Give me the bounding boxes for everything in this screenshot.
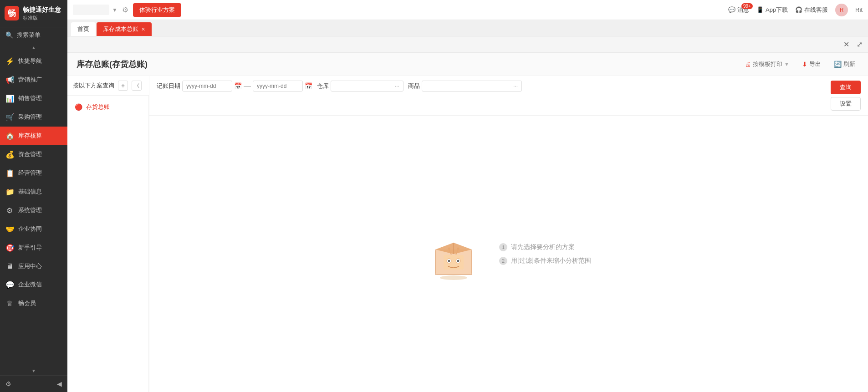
date-start-input[interactable] <box>182 81 232 92</box>
print-icon: 🖨 <box>745 61 751 68</box>
scheme-panel: 🔴 存货总账 <box>67 96 149 392</box>
tab-close-icon[interactable]: ✕ <box>141 26 145 32</box>
page-title: 库存总账(存货总账) <box>77 59 148 70</box>
phone-icon: 📱 <box>756 6 764 13</box>
app-logo-text: 畅捷通好生意 标准版 <box>23 5 61 21</box>
refresh-icon: 🔄 <box>834 61 842 68</box>
industry-btn[interactable]: 体验行业方案 <box>133 3 181 17</box>
topbar-gear-icon[interactable]: ⚙ <box>120 4 130 16</box>
breadcrumb[interactable] <box>73 5 109 15</box>
wechat-icon: 💬 <box>5 280 14 289</box>
svg-point-14 <box>457 247 460 249</box>
print-dropdown-icon[interactable]: ▼ <box>784 61 789 67</box>
system-icon: ⚙ <box>5 206 14 215</box>
quick-nav-icon: ⚡ <box>5 57 14 66</box>
export-btn[interactable]: ⬇ 导出 <box>798 58 825 70</box>
settings-btn[interactable]: 设置 <box>831 97 861 111</box>
app-center-icon: 🖥 <box>5 262 14 270</box>
date-end-input[interactable] <box>253 81 303 92</box>
breadcrumb-dropdown-icon[interactable]: ▼ <box>112 7 117 13</box>
settings-footer-btn[interactable]: ⚙ <box>5 380 11 387</box>
topbar-right: 💬 消息 99+ 📱 App下载 🎧 在线客服 R Rit <box>728 4 863 16</box>
warehouse-field: 仓库 ··· <box>317 81 403 92</box>
sidebar-item-sales[interactable]: 📊 销售管理 <box>0 89 67 108</box>
print-btn[interactable]: 🖨 按模板打印 ▼ <box>741 58 793 70</box>
tab-home[interactable]: 首页 <box>71 22 96 36</box>
empty-step-1: 1 请先选择要分析的方案 <box>499 243 591 251</box>
topbar: ▼ ⚙ 体验行业方案 💬 消息 99+ 📱 App下载 🎧 在线客服 R Rit <box>67 0 868 20</box>
sidebar-item-newbie[interactable]: 🎯 新手引导 <box>0 239 67 257</box>
scroll-down-arrow[interactable]: ▼ <box>0 367 67 375</box>
calendar-end-icon[interactable]: 📅 <box>305 82 312 90</box>
export-icon: ⬇ <box>802 61 807 68</box>
sidebar-item-enterprise[interactable]: 🤝 企业协同 <box>0 220 67 239</box>
sidebar-item-inventory[interactable]: 🏠 库存核算 <box>0 127 67 145</box>
operation-icon: 📋 <box>5 169 14 178</box>
page-actions: 🖨 按模板打印 ▼ ⬇ 导出 🔄 刷新 <box>741 58 859 70</box>
marketing-icon: 📢 <box>5 76 14 84</box>
tab-inventory-cost[interactable]: 库存成本总账 ✕ <box>97 22 152 36</box>
filter-row: 记账日期 📅 — 📅 仓库 ··· <box>149 76 868 116</box>
sidebar-footer: ⚙ ◀ <box>0 375 67 392</box>
warehouse-more-icon[interactable]: ··· <box>395 83 399 89</box>
sidebar-item-basic[interactable]: 📁 基础信息 <box>0 183 67 201</box>
topbar-nav: ▼ ⚙ 体验行业方案 <box>73 3 725 17</box>
sidebar-search[interactable]: 🔍 搜索菜单 <box>0 27 67 43</box>
sidebar-nav: ⚡ 快捷导航 📢 营销推广 📊 销售管理 🛒 采购管理 🏠 库存核算 💰 资金管… <box>0 52 67 367</box>
messages-badge: 99+ <box>741 3 753 9</box>
scheme-item-icon: 🔴 <box>75 103 82 111</box>
app-logo-icon: 畅 <box>5 6 19 20</box>
sidebar-item-vip[interactable]: ♕ 畅会员 <box>0 294 67 313</box>
scroll-up-arrow[interactable]: ▲ <box>0 43 67 52</box>
sidebar-item-app-center[interactable]: 🖥 应用中心 <box>0 257 67 275</box>
sidebar-item-quick-nav[interactable]: ⚡ 快捷导航 <box>0 52 67 71</box>
goods-input[interactable]: ··· <box>422 81 522 92</box>
tabbar: 首页 库存成本总账 ✕ <box>67 20 868 36</box>
avatar: R <box>835 4 848 16</box>
app-download-btn[interactable]: 📱 App下载 <box>756 6 788 14</box>
refresh-btn[interactable]: 🔄 刷新 <box>830 58 859 70</box>
collapse-sidebar-btn[interactable]: ◀ <box>57 380 62 387</box>
empty-state: 1 请先选择要分析的方案 2 用[过滤]条件来缩小分析范围 <box>149 116 868 392</box>
sidebar: 畅 畅捷通好生意 标准版 🔍 搜索菜单 ▲ ⚡ 快捷导航 📢 营销推广 📊 销售… <box>0 0 67 392</box>
svg-point-12 <box>448 247 450 249</box>
sidebar-item-purchase[interactable]: 🛒 采购管理 <box>0 108 67 127</box>
svg-point-9 <box>448 260 450 262</box>
sidebar-item-finance[interactable]: 💰 资金管理 <box>0 145 67 164</box>
query-btn[interactable]: 查询 <box>831 81 861 94</box>
svg-point-15 <box>440 275 467 280</box>
user-avatar[interactable]: R <box>835 4 848 16</box>
page-header: 库存总账(存货总账) 🖨 按模板打印 ▼ ⬇ 导出 🔄 刷新 <box>67 53 868 76</box>
content-expand-btn[interactable]: ⤢ <box>855 38 864 51</box>
content-topbar: ✕ ⤢ <box>67 36 868 53</box>
finance-icon: 💰 <box>5 150 14 159</box>
sidebar-item-wechat[interactable]: 💬 企业微信 <box>0 275 67 294</box>
filter-header: 按以下方案查询 + 《 <box>67 76 149 96</box>
filter-add-btn[interactable]: + <box>118 81 128 91</box>
step-2-circle: 2 <box>499 257 507 265</box>
vip-icon: ♕ <box>5 299 14 308</box>
online-service-btn[interactable]: 🎧 在线客服 <box>795 6 828 14</box>
calendar-start-icon[interactable]: 📅 <box>234 82 242 90</box>
sidebar-item-operation[interactable]: 📋 经营管理 <box>0 164 67 183</box>
sidebar-item-marketing[interactable]: 📢 营销推广 <box>0 71 67 89</box>
empty-illustration <box>426 227 481 281</box>
svg-point-10 <box>457 260 460 262</box>
message-icon: 💬 <box>728 6 735 13</box>
content-area: ✕ ⤢ 库存总账(存货总账) 🖨 按模板打印 ▼ ⬇ 导出 🔄 刷新 <box>67 36 868 392</box>
step-1-circle: 1 <box>499 243 507 251</box>
sidebar-logo: 畅 畅捷通好生意 标准版 <box>0 0 67 27</box>
sales-icon: 📊 <box>5 94 14 103</box>
purchase-icon: 🛒 <box>5 113 14 122</box>
search-icon: 🔍 <box>5 31 13 39</box>
date-field: 记账日期 📅 — 📅 <box>157 81 312 92</box>
messages-btn[interactable]: 💬 消息 99+ <box>728 6 749 14</box>
goods-more-icon[interactable]: ··· <box>513 83 518 89</box>
content-close-btn[interactable]: ✕ <box>842 38 851 51</box>
newbie-icon: 🎯 <box>5 244 14 252</box>
sidebar-item-system[interactable]: ⚙ 系统管理 <box>0 201 67 220</box>
warehouse-input[interactable]: ··· <box>331 81 403 92</box>
filter-collapse-btn[interactable]: 《 <box>132 81 142 91</box>
username[interactable]: Rit <box>855 6 863 13</box>
scheme-item-inventory-total[interactable]: 🔴 存货总账 <box>67 99 148 115</box>
